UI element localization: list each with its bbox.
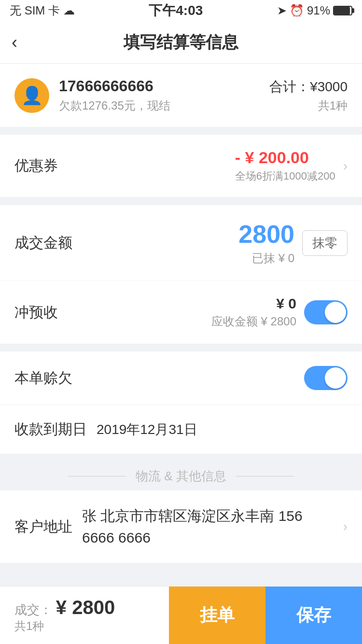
round-zero-button[interactable]: 抹零 (302, 230, 348, 256)
location-icon: ➤ (277, 4, 287, 17)
address-value: 张 北京市市辖区海淀区永丰南 156 6666 6666 (72, 505, 343, 548)
customer-right: 合计：¥3000 共1种 (269, 78, 348, 113)
total-count: 共1种 (269, 98, 348, 113)
page-title: 填写结算等信息 (124, 31, 238, 54)
status-bar: 无 SIM 卡 ☁ 下午4:03 ➤ ⏰ 91% (0, 0, 362, 21)
header: ‹ 填写结算等信息 (0, 21, 362, 64)
customer-phone: 17666666666 (59, 77, 170, 95)
footer-left: 成交： ¥ 2800 共1种 (0, 597, 169, 634)
back-button[interactable]: ‹ (12, 32, 17, 53)
transaction-amount[interactable]: 2800 (238, 220, 294, 249)
prepay-amount: ¥ 0 (211, 295, 296, 312)
alarm-icon: ⏰ (290, 4, 304, 17)
toggle-knob (325, 302, 346, 323)
debit-section: 本单赊欠 收款到期日 2019年12月31日 (0, 351, 362, 454)
total-label-text: 合计： (269, 79, 310, 94)
debit-row: 本单赊欠 (0, 351, 362, 405)
footer: 成交： ¥ 2800 共1种 挂单 保存 (0, 586, 362, 644)
coupon-row[interactable]: 优惠券 - ¥ 200.00 全场6折满1000减200 › (0, 135, 362, 197)
footer-amount: ¥ 2800 (56, 597, 115, 618)
save-button[interactable]: 保存 (265, 587, 362, 644)
transaction-right: 2800 已抹 ¥ 0 抹零 (238, 220, 348, 266)
customer-info: 17666666666 欠款1276.35元，现结 (59, 77, 170, 113)
prepay-receivable: 应收金额 ¥ 2800 (211, 314, 296, 329)
customer-card: 👤 17666666666 欠款1276.35元，现结 合计：¥3000 共1种 (0, 64, 362, 127)
debit-toggle[interactable] (304, 366, 348, 390)
footer-transaction-line: 成交： ¥ 2800 (14, 597, 154, 618)
due-date-label: 收款到期日 (14, 420, 87, 439)
prepay-right: ¥ 0 应收金额 ¥ 2800 (211, 295, 348, 329)
logistics-divider: 物流 & 其他信息 (0, 462, 362, 490)
prepay-values: ¥ 0 应收金额 ¥ 2800 (211, 295, 296, 329)
footer-count: 共1种 (14, 618, 154, 634)
customer-debt: 欠款1276.35元，现结 (59, 98, 170, 113)
prepay-toggle[interactable] (304, 300, 348, 324)
address-row[interactable]: 客户地址 张 北京市市辖区海淀区永丰南 156 6666 6666 › (0, 490, 362, 563)
status-left: 无 SIM 卡 ☁ (10, 3, 75, 18)
battery-level: 91% (307, 4, 330, 17)
coupon-label: 优惠券 (14, 156, 58, 176)
debit-label: 本单赊欠 (14, 368, 72, 388)
due-date-row: 收款到期日 2019年12月31日 (0, 405, 362, 454)
transaction-section: 成交金额 2800 已抹 ¥ 0 抹零 冲预收 ¥ 0 应收金额 ¥ 2800 (0, 205, 362, 344)
prepay-label: 冲预收 (14, 303, 58, 322)
customer-left: 👤 17666666666 欠款1276.35元，现结 (14, 77, 170, 113)
debit-toggle-knob (325, 367, 346, 389)
footer-transaction-label: 成交： (14, 602, 52, 617)
sim-status: 无 SIM 卡 ☁ (10, 3, 75, 18)
transaction-sub: 已抹 ¥ 0 (238, 251, 294, 266)
address-chevron-icon: › (343, 519, 348, 534)
status-right: ➤ ⏰ 91% (277, 4, 352, 17)
battery-icon (333, 6, 352, 15)
transaction-label: 成交金额 (14, 233, 72, 253)
logistics-section-label: 物流 & 其他信息 (68, 468, 294, 485)
status-time: 下午4:03 (149, 1, 203, 20)
coupon-description: 全场6折满1000减200 (235, 169, 335, 183)
coupon-discount: - ¥ 200.00 (235, 148, 335, 167)
prepay-row: 冲预收 ¥ 0 应收金额 ¥ 2800 (0, 281, 362, 344)
address-label: 客户地址 (14, 517, 72, 537)
due-date-value: 2019年12月31日 (97, 420, 197, 439)
total-label: 合计：¥3000 (269, 78, 348, 96)
total-amount: ¥3000 (310, 79, 348, 94)
divider-1 (0, 197, 362, 205)
hang-order-button[interactable]: 挂单 (169, 587, 265, 644)
transaction-row: 成交金额 2800 已抹 ¥ 0 抹零 (0, 205, 362, 281)
coupon-right: - ¥ 200.00 全场6折满1000减200 › (235, 148, 348, 183)
divider-3 (0, 454, 362, 462)
divider-2 (0, 344, 362, 351)
avatar: 👤 (14, 78, 49, 113)
chevron-right-icon: › (343, 158, 348, 174)
